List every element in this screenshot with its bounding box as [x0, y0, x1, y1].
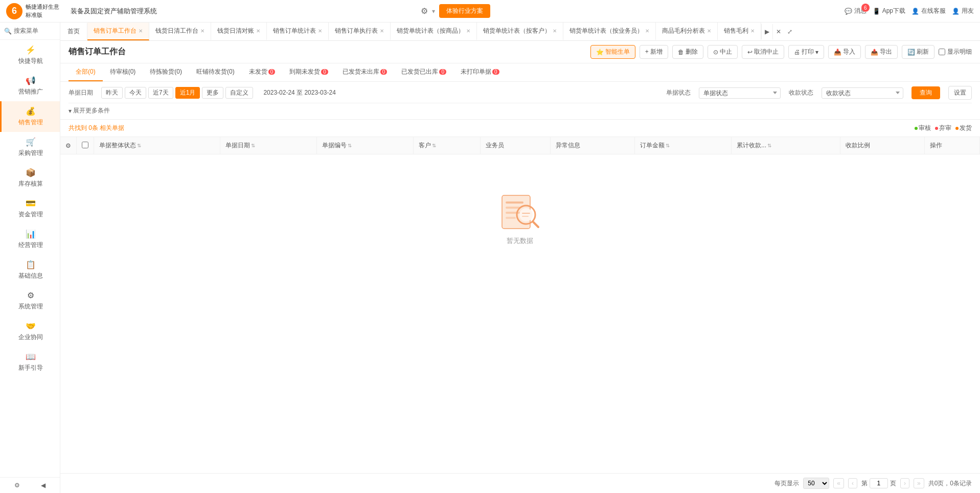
date-btn-7days[interactable]: 近7天 — [148, 87, 173, 99]
tab-close-gross-margin[interactable]: ✕ — [707, 28, 711, 34]
tab-sales-exec[interactable]: 销售订单执行表 ✕ — [329, 23, 391, 40]
audit-action-btn[interactable]: 审核 — [915, 124, 931, 132]
show-detail-label[interactable]: 显示明细 — [939, 48, 972, 56]
import-btn[interactable]: 📥 导入 — [828, 45, 861, 59]
page-toolbar: 销售订单工作台 ⭐ 智能生单 + 新增 🗑 删除 ⊙ 中止 ↩ 取消中止 — [60, 41, 980, 63]
payment-filter-select[interactable]: 收款状态 — [822, 87, 903, 99]
sub-tab-pending-audit[interactable]: 待审核(0) — [103, 63, 143, 81]
export-btn[interactable]: 📤 导出 — [865, 45, 898, 59]
delete-btn[interactable]: 🗑 删除 — [672, 45, 703, 59]
tab-close-by-product[interactable]: ✕ — [466, 28, 470, 34]
tab-close-by-customer[interactable]: ✕ — [553, 28, 557, 34]
message-btn[interactable]: 💬 消息 6 — [845, 7, 867, 15]
new-btn[interactable]: + 新增 — [640, 45, 668, 59]
user-btn[interactable]: 👤 用友 — [952, 7, 974, 15]
tab-close-reconcile[interactable]: ✕ — [256, 28, 260, 34]
tab-close-sales-stats[interactable]: ✕ — [318, 28, 322, 34]
th-actions: 操作 — [925, 137, 980, 154]
tab-close-sales-order[interactable]: ✕ — [139, 28, 143, 34]
sidebar-search-btn[interactable]: 🔍 搜索菜单 — [0, 23, 60, 40]
tab-close-by-staff[interactable]: ✕ — [645, 28, 649, 34]
industry-btn[interactable]: 体验行业方案 — [439, 4, 490, 18]
tab-sales-by-product[interactable]: 销货单统计表（按商品） ✕ — [391, 23, 477, 40]
cancel-stop-btn[interactable]: ↩ 取消中止 — [742, 45, 784, 59]
th-doc-date[interactable]: 单据日期⇅ — [220, 137, 316, 154]
table-actions: 审核 弃审 发货 — [915, 124, 972, 132]
date-btn-custom[interactable]: 自定义 — [225, 87, 253, 99]
sub-tab-shipped-not-out[interactable]: 已发货未出库0 — [335, 63, 395, 81]
th-doc-number[interactable]: 单据编号⇅ — [316, 137, 413, 154]
th-customer[interactable]: 客户⇅ — [413, 137, 481, 154]
sidebar-item-system[interactable]: ⚙ 系统管理 — [0, 285, 60, 316]
settings-icon[interactable]: ⚙ — [421, 6, 428, 16]
next-page-btn[interactable]: › — [900, 478, 909, 488]
prev-page-btn[interactable]: ‹ — [848, 478, 857, 488]
date-btn-1month[interactable]: 近1月 — [175, 87, 200, 99]
show-detail-checkbox[interactable] — [939, 49, 945, 55]
sub-tab-all[interactable]: 全部(0) — [69, 63, 103, 81]
th-salesperson[interactable]: 业务员 — [481, 137, 550, 154]
tab-sales-by-staff[interactable]: 销货单统计表（按业务员） ✕ — [563, 23, 656, 40]
sub-tab-not-printed[interactable]: 未打印单据0 — [453, 63, 507, 81]
sidebar-item-purchase[interactable]: 🛒 采购管理 — [0, 132, 60, 163]
sidebar-item-basic[interactable]: 📋 基础信息 — [0, 255, 60, 285]
tab-sales-order-workbench[interactable]: 销售订单工作台 ✕ — [87, 23, 149, 40]
sidebar-collapse-icon[interactable]: ◀ — [41, 482, 45, 489]
refresh-btn[interactable]: 🔄 刷新 — [902, 45, 935, 59]
tab-gross-margin[interactable]: 商品毛利分析表 ✕ — [656, 23, 718, 40]
tab-cash-daily-workbench[interactable]: 钱货日清工作台 ✕ — [149, 23, 211, 40]
sidebar-item-cooperation[interactable]: 🤝 企业协同 — [0, 316, 60, 347]
page-number-input[interactable] — [870, 478, 888, 488]
th-checkbox[interactable] — [77, 137, 94, 154]
sidebar-settings-icon[interactable]: ⚙ — [14, 482, 20, 489]
sidebar-item-finance[interactable]: 💳 资金管理 — [0, 193, 60, 224]
tab-sales-gross[interactable]: 销售毛利 ✕ — [718, 23, 761, 40]
date-btn-more[interactable]: 更多 — [202, 87, 223, 99]
tab-close-sales-gross[interactable]: ✕ — [750, 28, 755, 34]
tab-close-all-btn[interactable]: ✕ — [772, 24, 784, 39]
tab-sales-by-customer[interactable]: 销货单统计表（按客户） ✕ — [477, 23, 563, 40]
sidebar-item-quicknav[interactable]: ⚡ 快捷导航 — [0, 40, 60, 71]
th-settings[interactable]: ⚙ — [60, 137, 77, 154]
page-title: 销售订单工作台 — [69, 47, 586, 57]
online-service-btn[interactable]: 👤 在线客服 — [911, 7, 946, 15]
first-page-btn[interactable]: « — [833, 478, 844, 488]
expand-filter-btn[interactable]: ▾ 展开更多条件 — [69, 106, 972, 115]
tab-cash-reconcile[interactable]: 钱货日清对账 ✕ — [211, 23, 267, 40]
tab-close-cash-daily[interactable]: ✕ — [200, 28, 204, 34]
sub-tab-pending-check[interactable]: 待拣验货(0) — [143, 63, 189, 81]
page-size-select[interactable]: 50 10 20 100 — [803, 478, 829, 489]
audit-dot — [915, 127, 918, 130]
ship-action-btn[interactable]: 发货 — [955, 124, 972, 132]
tab-more-btn[interactable]: ▶ — [761, 24, 772, 39]
date-btn-today[interactable]: 今天 — [125, 87, 146, 99]
sidebar-item-guide[interactable]: 📖 新手引导 — [0, 347, 60, 377]
app-download-btn[interactable]: 📱 App下载 — [873, 7, 905, 15]
status-filter-select[interactable]: 单据状态 — [699, 87, 781, 99]
sidebar-item-operations[interactable]: 📊 经营管理 — [0, 224, 60, 255]
tab-home[interactable]: 首页 — [60, 23, 87, 40]
sub-tab-overdue-ship[interactable]: 到期未发货0 — [282, 63, 335, 81]
stop-btn[interactable]: ⊙ 中止 — [708, 45, 738, 59]
sub-tab-shipped-out[interactable]: 已发货已出库0 — [394, 63, 453, 81]
th-order-amount[interactable]: 订单金额⇅ — [634, 137, 731, 154]
message-badge: 6 — [861, 4, 870, 12]
sub-tab-not-shipped[interactable]: 未发货0 — [242, 63, 283, 81]
date-btn-yesterday[interactable]: 昨天 — [101, 87, 123, 99]
sidebar-item-marketing[interactable]: 📢 营销推广 — [0, 71, 60, 101]
select-all-checkbox[interactable] — [82, 142, 88, 148]
sub-tab-wangpu-ship[interactable]: 旺铺待发货(0) — [189, 63, 242, 81]
filter-settings-btn[interactable]: 设置 — [948, 86, 972, 100]
tab-expand-btn[interactable]: ⤢ — [784, 24, 795, 39]
tab-sales-stats[interactable]: 销售订单统计表 ✕ — [267, 23, 329, 40]
cancel-audit-action-btn[interactable]: 弃审 — [935, 124, 951, 132]
sidebar-item-inventory[interactable]: 📦 库存核算 — [0, 163, 60, 193]
query-btn[interactable]: 查询 — [911, 86, 940, 99]
smart-generate-btn[interactable]: ⭐ 智能生单 — [590, 45, 635, 59]
tab-close-sales-exec[interactable]: ✕ — [380, 28, 384, 34]
print-btn[interactable]: 🖨 打印 ▾ — [788, 45, 824, 59]
system-icon: ⚙ — [27, 290, 34, 300]
sidebar-item-sales[interactable]: 💰 销售管理 — [0, 101, 60, 132]
th-cumulative-payment[interactable]: 累计收款...⇅ — [732, 137, 840, 154]
last-page-btn[interactable]: » — [914, 478, 924, 488]
